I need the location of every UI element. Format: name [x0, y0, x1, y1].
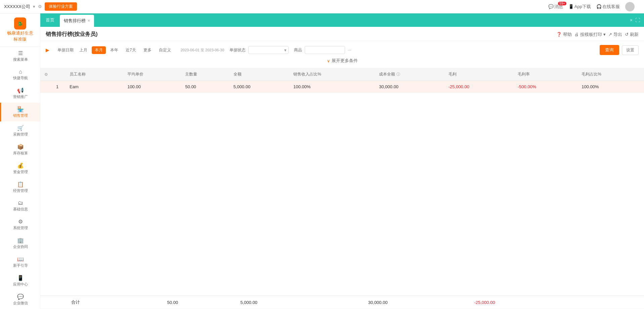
- footer-cost-amount: 30,000.00: [364, 296, 470, 309]
- row-sales-pct: 100.00%: [289, 81, 375, 93]
- goods-label: 商品: [294, 47, 302, 53]
- sidebar-item-purchase[interactable]: 🛒 采购管理: [0, 121, 40, 140]
- sidebar-item-app-center[interactable]: 📱 应用中心: [0, 271, 40, 290]
- sidebar-item-basic-info[interactable]: 🗂 基础信息: [0, 197, 40, 215]
- date-tab-7days[interactable]: 近7天: [123, 46, 139, 54]
- sidebar-item-finance[interactable]: 💰 资金管理: [0, 159, 40, 178]
- enterprise-wechat-label: 企业微信: [13, 301, 28, 306]
- sidebar-item-enterprise[interactable]: 🏢 企业协同: [0, 234, 40, 253]
- more-filters-icon[interactable]: ···: [348, 48, 351, 52]
- tab-bar: 首页 销售排行榜 × × ⛶: [40, 13, 644, 27]
- sales-label: 销售管理: [13, 113, 28, 118]
- date-tab-more[interactable]: 更多: [140, 46, 155, 54]
- message-badge: 99+: [558, 2, 566, 5]
- industry-btn[interactable]: 体验行业方案: [45, 2, 77, 11]
- sidebar-item-marketing[interactable]: 📢 营销推广: [0, 84, 40, 103]
- tab-sales-ranking[interactable]: 销售排行榜 ×: [60, 15, 94, 27]
- footer-main-qty: 50.00: [163, 296, 236, 309]
- marketing-icon: 📢: [17, 87, 24, 94]
- enterprise-icon: 🏢: [17, 237, 24, 244]
- filter-area: ▶ 单据日期 上月 本月 本年 近7天 更多 自定义 2023-0: [40, 41, 644, 68]
- expand-row: ∨ 展开更多条件: [46, 58, 639, 64]
- print-btn[interactable]: 🖨 按模板打印 ▾: [574, 32, 606, 38]
- header-row: ⚙ 员工名称 平均单价 主数量 全额 销售收入占比% 成本全额 ⓘ 毛利 毛利率: [40, 68, 644, 81]
- filter-settings-btn[interactable]: 设置: [622, 45, 639, 55]
- company-settings-icon[interactable]: ⚙: [38, 4, 42, 9]
- filter-toggle-icon[interactable]: ▶: [46, 47, 49, 53]
- company-dropdown-icon[interactable]: ▾: [33, 4, 35, 9]
- search-order-label: 搜索菜单: [13, 57, 28, 62]
- status-select[interactable]: [248, 46, 289, 54]
- sidebar-item-sales[interactable]: 🏪 销售管理: [0, 103, 40, 121]
- help-icon: ❓: [556, 32, 562, 37]
- operations-icon: 📋: [17, 181, 24, 188]
- print-dropdown-icon[interactable]: ▾: [603, 32, 606, 37]
- col-sales-pct: 销售收入占比%: [289, 68, 375, 81]
- goods-input[interactable]: [305, 46, 345, 54]
- quick-nav-label: 快捷导航: [13, 75, 28, 81]
- row-avg-price: 100.00: [123, 81, 181, 93]
- footer-rank-col: [54, 296, 67, 309]
- help-label: 帮助: [563, 32, 572, 38]
- online-service-btn[interactable]: 🎧 在线客服: [596, 4, 620, 10]
- status-label: 单据状态: [229, 47, 246, 53]
- row-gross-profit: -25,000.00: [444, 81, 514, 93]
- headset-icon: 🎧: [596, 4, 602, 9]
- inventory-icon: 📦: [17, 144, 24, 150]
- page-actions: ❓ 帮助 🖨 按模板打印 ▾ ↗ 导出 ↺ 刷新: [556, 32, 639, 38]
- export-btn[interactable]: ↗ 导出: [608, 32, 622, 38]
- sidebar-item-inventory[interactable]: 📦 库存核算: [0, 140, 40, 159]
- date-range-value: 2023-06-01 至 2023-06-30: [181, 48, 224, 53]
- sidebar-item-search-order[interactable]: ☰ 搜索菜单: [0, 47, 40, 65]
- sidebar-item-system[interactable]: ⚙ 系统管理: [0, 215, 40, 234]
- col-settings[interactable]: ⚙: [40, 68, 52, 81]
- top-bar: XXXXXX公司 ▾ ⚙ 体验行业方案 💬 消息 99+ 📱 App下载 🎧 在…: [0, 0, 644, 13]
- row-cost-amount: 30,000.00: [375, 81, 444, 93]
- refresh-btn[interactable]: ↺ 刷新: [625, 32, 639, 38]
- sidebar-item-operations[interactable]: 📋 经营管理: [0, 178, 40, 197]
- footer-settings-col: [40, 296, 54, 309]
- expand-btn[interactable]: ∨ 展开更多条件: [327, 58, 358, 64]
- date-tab-current-year[interactable]: 本年: [107, 46, 121, 54]
- refresh-label: 刷新: [630, 32, 639, 38]
- cost-amount-info-icon[interactable]: ⓘ: [396, 72, 400, 76]
- app-download-btn[interactable]: 📱 App下载: [568, 4, 591, 10]
- tab-sales-ranking-label: 销售排行榜: [64, 18, 86, 24]
- col-avg-price: 平均单价: [123, 68, 181, 81]
- guide-icon: 📖: [17, 256, 24, 262]
- tab-home[interactable]: 首页: [40, 13, 60, 27]
- online-service-label: 在线客服: [602, 4, 620, 10]
- sidebar-item-guide[interactable]: 📖 新手引导: [0, 253, 40, 271]
- date-tab-current-month[interactable]: 本月: [92, 46, 106, 54]
- status-select-wrapper: [248, 46, 289, 54]
- table-body: 1 Eam 100.00 50.00 5,000.00 100.00% 30,0…: [40, 81, 644, 93]
- refresh-icon: ↺: [625, 32, 629, 37]
- finance-icon: 💰: [17, 162, 24, 169]
- purchase-label: 采购管理: [13, 132, 28, 137]
- print-icon: 🖨: [574, 32, 579, 37]
- tab-minimize-icon[interactable]: ×: [630, 17, 633, 23]
- top-bar-right: 💬 消息 99+ 📱 App下载 🎧 在线客服: [548, 2, 640, 11]
- sidebar-logo: 🐉 畅康通好生意 标准版: [0, 13, 40, 47]
- query-btn[interactable]: 查询: [600, 45, 619, 55]
- sidebar-item-quick-nav[interactable]: ⌂ 快捷导航: [0, 65, 40, 84]
- col-gross-profit: 毛利: [444, 68, 514, 81]
- date-tab-prev-month[interactable]: 上月: [76, 46, 90, 54]
- col-amount: 全额: [229, 68, 289, 81]
- message-btn[interactable]: 💬 消息 99+: [548, 4, 563, 10]
- col-rank: [52, 68, 66, 81]
- sidebar-item-enterprise-wechat[interactable]: 💬 企业微信: [0, 290, 40, 309]
- page-header: 销售排行榜(按业务员) ❓ 帮助 🖨 按模板打印 ▾ ↗ 导出: [40, 27, 644, 41]
- company-name: XXXXXX公司: [4, 4, 30, 10]
- tab-close-icon[interactable]: ×: [88, 18, 90, 23]
- date-tab-custom[interactable]: 自定义: [156, 46, 174, 54]
- footer-sales-pct: [333, 296, 364, 309]
- avatar[interactable]: [625, 2, 635, 11]
- col-main-qty: 主数量: [181, 68, 229, 81]
- help-btn[interactable]: ❓ 帮助: [556, 32, 572, 38]
- tab-maximize-icon[interactable]: ⛶: [635, 17, 640, 23]
- enterprise-wechat-icon: 💬: [17, 294, 24, 300]
- basic-info-label: 基础信息: [13, 207, 28, 212]
- page-container: 销售排行榜(按业务员) ❓ 帮助 🖨 按模板打印 ▾ ↗ 导出: [40, 27, 644, 309]
- date-range-item: 2023-06-01 至 2023-06-30: [179, 48, 224, 53]
